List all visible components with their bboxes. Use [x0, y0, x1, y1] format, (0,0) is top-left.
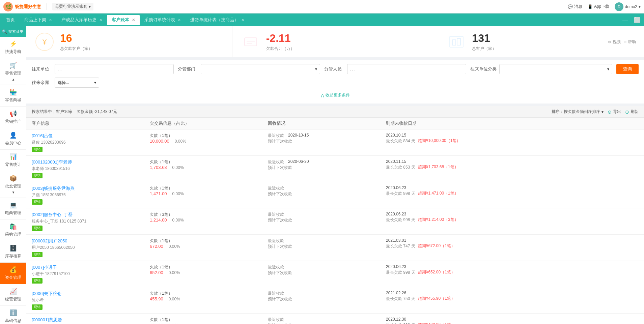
sidebar-item-quick-nav[interactable]: ⚡ 快捷导航: [0, 37, 26, 58]
close-icon[interactable]: ✕: [241, 18, 244, 22]
overdue-link[interactable]: 超期¥10,000.00（1笔）: [418, 138, 461, 144]
debt-customers-number: 16: [60, 32, 224, 45]
overdue-link[interactable]: 超期¥1,214.00（3笔）: [418, 217, 458, 223]
finance-icon: 💰: [9, 266, 17, 273]
recover-next: 预计下次收款: [268, 165, 292, 170]
sidebar-item-member-center[interactable]: 👤 会员中心: [0, 128, 26, 150]
close-icon[interactable]: ✕: [49, 18, 52, 22]
customer-name[interactable]: [0002]服务中心_丁磊: [32, 212, 150, 218]
tab-customer-ledger[interactable]: 客户账本 ✕: [107, 15, 140, 25]
customer-info-cell: [0007]小进干 小进干 18279152100 现销: [32, 264, 150, 284]
sidebar-item-wholesale-mgmt[interactable]: 📦 批发管理 ▼: [0, 171, 26, 198]
minimize-icon[interactable]: —: [620, 16, 630, 24]
sidebar-item-marketing[interactable]: 📢 营销推广: [0, 107, 26, 128]
sidebar-item-operations[interactable]: 📈 经营管理: [0, 284, 26, 306]
maximize-icon[interactable]: ⬜: [632, 16, 643, 24]
recover-next: 预计下次收款: [268, 218, 292, 223]
collapse-label: 收起更多条件: [326, 92, 350, 98]
balance-select[interactable]: 选择... ▾: [55, 78, 99, 88]
sidebar-item-label: 零售统计: [5, 162, 21, 168]
sidebar-item-ecommerce[interactable]: 💻 电商管理: [0, 198, 26, 219]
tab-production-history[interactable]: 产成品入库单历史 ✕: [57, 15, 107, 25]
overdue-link[interactable]: 超期¥455.90（1笔）: [418, 296, 455, 301]
filter-partner-label: 往来单位: [32, 66, 52, 72]
sidebar-item-label: 库存核算: [5, 253, 21, 259]
close-icon[interactable]: ✕: [132, 18, 135, 22]
tab-product-status[interactable]: 商品上下架 ✕: [20, 15, 57, 25]
tab-purchase-stats[interactable]: 采购订单统计表 ✕: [140, 15, 186, 25]
messages-button[interactable]: 💬 消息: [568, 4, 582, 9]
customer-name[interactable]: [0006]去下粮仓: [32, 291, 150, 297]
sidebar-search[interactable]: 🔍 搜索菜单: [0, 26, 26, 37]
collapse-button[interactable]: ⋀ 收起更多条件: [319, 91, 351, 99]
debt-amount[interactable]: 1,214.00: [150, 217, 167, 223]
recovery-cell: 最近收款 预计下次收款: [268, 264, 386, 276]
sidebar-item-finance[interactable]: 💰 资金管理: [0, 263, 26, 284]
sidebar-item-label: 经营管理: [5, 296, 21, 302]
debt-info-cell: 欠款（1笔） 672.00 0.00%: [150, 238, 268, 249]
manager-input[interactable]: ...: [347, 64, 466, 74]
customer-name[interactable]: [0016]吕俊: [32, 133, 150, 139]
debt-amount[interactable]: 672.00: [150, 244, 163, 249]
overdue-link[interactable]: 超期¥652.00（1笔）: [418, 269, 455, 275]
customer-name[interactable]: [0007]小进干: [32, 264, 150, 270]
customer-name[interactable]: [0001020001]李老师: [32, 159, 150, 165]
debt-amount[interactable]: 455.90: [150, 296, 163, 301]
tab-goods-stats[interactable]: 进货单统计表（按商品） ✕: [186, 15, 249, 25]
tab-home[interactable]: 首页: [1, 15, 20, 25]
results-info: 搜索结果中，客户16家 欠款金额 -21,148.07元 排序：按欠款金额倒序排…: [26, 106, 644, 117]
refresh-button[interactable]: ⊙ 刷新: [625, 109, 639, 115]
chevron-down-icon: ▾: [315, 67, 317, 71]
tab-home-label: 首页: [6, 17, 15, 23]
message-icon: 💬: [568, 4, 573, 9]
close-icon[interactable]: ✕: [178, 18, 181, 22]
dept-select[interactable]: ▾: [201, 64, 320, 74]
top-bar-right: 💬 消息 📱 App下载 D demo2 ▾: [568, 2, 641, 11]
sidebar-item-inventory[interactable]: 🗄️ 库存核算: [0, 241, 26, 263]
overdue-link[interactable]: 超期¥1,471.00（1笔）: [418, 190, 458, 196]
debt-label: 欠款（1笔）: [150, 133, 172, 139]
debt-label: 欠款（1笔）: [150, 159, 172, 164]
sidebar-item-retail-stats[interactable]: 📊 零售统计: [0, 150, 26, 171]
sort-button[interactable]: 排序：按欠款金额倒序排序 ▾: [552, 109, 604, 115]
debt-amount[interactable]: 10,000.00: [150, 139, 169, 144]
overdue-link[interactable]: 超期¥672.00（1笔）: [418, 243, 455, 249]
close-icon[interactable]: ✕: [99, 18, 102, 22]
debt-amount[interactable]: 652.00: [150, 270, 163, 275]
svg-rect-6: [452, 40, 456, 45]
sidebar-item-purchase-mgmt[interactable]: 🛍️ 采购管理: [0, 219, 26, 241]
sidebar: 🔍 搜索菜单 ⚡ 快捷导航 🛒 零售管理 ▲ 🏪 零售商城 📢 营销推广 👤 会…: [0, 26, 26, 324]
refresh-label: 刷新: [631, 109, 639, 115]
sidebar-item-retail-store[interactable]: 🏪 零售商城: [0, 85, 26, 107]
content-area: ¥ 16 总欠款客户（家） -2.11: [26, 26, 644, 324]
debt-amount[interactable]: 429.00: [150, 323, 163, 324]
table-row: [0002]服务中心_丁磊 服务中心_丁磊 181 0125 8371 现销 欠…: [26, 208, 644, 235]
debt-info-cell: 欠款（1笔） 652.00 0.00%: [150, 264, 268, 275]
overdue-link[interactable]: 超期¥429.00（1笔）: [418, 322, 455, 324]
partner-type-select[interactable]: ▾: [499, 64, 612, 74]
sidebar-item-basic-info[interactable]: ℹ️ 基础信息: [0, 306, 26, 324]
customer-name[interactable]: [000002]用户2050: [32, 238, 150, 244]
total-customers-number: 131: [472, 32, 603, 45]
debt-amount[interactable]: 1,471.00: [150, 191, 167, 196]
export-button[interactable]: ⊙ 导出: [608, 109, 621, 115]
tab-production-history-label: 产成品入库单历史: [61, 17, 96, 23]
sidebar-item-retail-mgmt[interactable]: 🛒 零售管理 ▲: [0, 58, 26, 85]
customer-name[interactable]: [0003]畅捷服务尹海燕: [32, 185, 150, 192]
basic-info-icon: ℹ️: [9, 309, 17, 317]
debt-percent: 0.00%: [175, 139, 186, 144]
overdue-days: 最长欠款 750 天: [386, 296, 415, 302]
app-download-button[interactable]: 📱 App下载: [588, 4, 609, 9]
help-button[interactable]: ⊙ 帮助: [623, 39, 636, 45]
overdue-link[interactable]: 超期¥1,703.68（1笔）: [418, 164, 458, 170]
customer-name[interactable]: [000001]黄思源: [32, 317, 150, 323]
svg-text:¥: ¥: [42, 38, 47, 46]
search-button[interactable]: 查询: [616, 64, 639, 74]
video-button[interactable]: ⊙ 视频: [608, 39, 620, 45]
user-avatar[interactable]: D demo2 ▾: [615, 2, 641, 11]
partner-input[interactable]: ...: [55, 64, 174, 74]
store-selector[interactable]: 母婴行业演示账套 ▾: [52, 3, 93, 10]
recovery-cell: 最近收款 预计下次收款: [268, 185, 386, 197]
debt-amount[interactable]: 1,703.68: [150, 165, 167, 170]
sidebar-item-label: 零售管理: [5, 70, 21, 76]
